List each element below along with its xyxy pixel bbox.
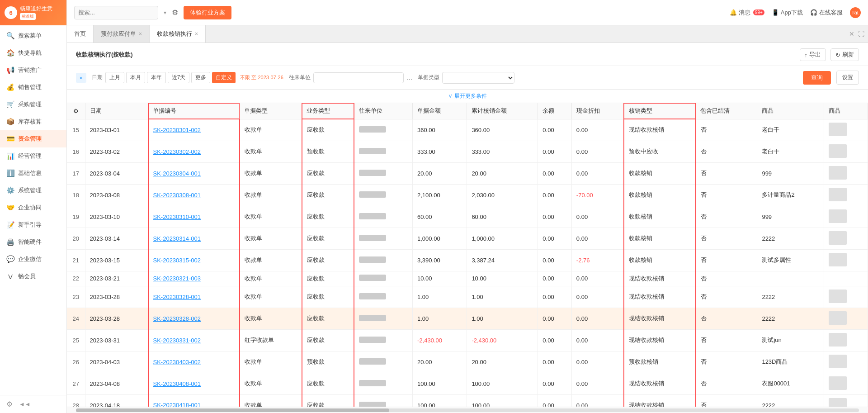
row-date: 2023-03-01 <box>85 119 148 141</box>
row-doc-no[interactable]: SK-20230331-002 <box>148 329 240 351</box>
scroll-hint[interactable] <box>67 407 868 413</box>
unit-filter-input[interactable] <box>313 72 404 83</box>
expand-more-bar[interactable]: ∨ 展开更多条件 <box>67 90 868 103</box>
th-doc-type[interactable]: 单据类型 <box>240 103 302 119</box>
expand-tab-icon[interactable]: ⛶ <box>858 30 864 38</box>
row-doc-no[interactable]: SK-20230418-001 <box>148 394 240 407</box>
notification-action[interactable]: 🔔 消息 99+ <box>730 9 764 17</box>
th-goods2[interactable]: 商品 <box>824 103 868 119</box>
gear-icon[interactable]: ⚙ <box>172 8 178 17</box>
collapse-icon[interactable]: ◄◄ <box>19 401 31 408</box>
sidebar-item-智能硬件[interactable]: 🖨️智能硬件 <box>0 233 66 251</box>
topbar: ▾ ⚙ 体验行业方案 🔔 消息 99+ 📱 App下载 🎧 在线客服 Rit <box>67 0 868 25</box>
doc-no-link[interactable]: SK-20230408-001 <box>153 380 201 387</box>
date-this-year[interactable]: 本年 <box>147 72 166 83</box>
sidebar-item-新手引导[interactable]: 📝新手引导 <box>0 216 66 233</box>
sidebar-item-label: 采购管理 <box>18 100 42 109</box>
sidebar-item-营销推广[interactable]: 📢营销推广 <box>0 62 66 79</box>
th-date[interactable]: 日期 <box>85 103 148 119</box>
sidebar-item-资金管理[interactable]: 💳资金管理 <box>0 130 66 147</box>
refresh-button[interactable]: ↻ 刷新 <box>830 48 859 61</box>
chevron-down-icon[interactable]: ▾ <box>164 9 166 16</box>
tab-close-icon[interactable]: × <box>139 31 142 37</box>
th-settings[interactable]: ⚙ <box>67 103 85 119</box>
tab-收款核销执行[interactable]: 收款核销执行× <box>150 25 206 43</box>
online-service-action[interactable]: 🎧 在线客服 <box>810 9 843 17</box>
sidebar-item-企业微信[interactable]: 💬企业微信 <box>0 251 66 268</box>
th-included[interactable]: 包含已结清 <box>696 103 757 119</box>
tab-close-icon[interactable]: × <box>195 31 198 37</box>
filter-settings-button[interactable]: 设置 <box>836 71 859 85</box>
th-balance[interactable]: 余额 <box>538 103 572 119</box>
doc-no-link[interactable]: SK-20230328-002 <box>153 315 201 322</box>
sidebar-item-销售管理[interactable]: 💰销售管理 <box>0 79 66 96</box>
doc-no-link[interactable]: SK-20230328-001 <box>153 294 201 300</box>
row-date: 2023-03-28 <box>85 286 148 308</box>
doc-no-link[interactable]: SK-20230418-001 <box>153 402 201 407</box>
scroll-track[interactable] <box>76 408 859 412</box>
settings-icon[interactable]: ⚙ <box>6 400 13 408</box>
doc-no-link[interactable]: SK-20230315-002 <box>153 257 201 264</box>
sidebar-icon: 📢 <box>6 66 14 74</box>
doc-no-link[interactable]: SK-20230314-001 <box>153 235 201 242</box>
row-included: 否 <box>696 141 757 162</box>
dots-icon[interactable]: ... <box>406 74 412 82</box>
sidebar-item-库存核算[interactable]: 📦库存核算 <box>0 113 66 130</box>
row-doc-no[interactable]: SK-20230408-001 <box>148 373 240 394</box>
row-doc-no[interactable]: SK-20230328-001 <box>148 286 240 308</box>
row-doc-no[interactable]: SK-20230314-001 <box>148 228 240 249</box>
row-doc-no[interactable]: SK-20230304-001 <box>148 162 240 184</box>
sidebar-item-畅会员[interactable]: V畅会员 <box>0 268 66 285</box>
sidebar-item-系统管理[interactable]: ⚙️系统管理 <box>0 182 66 199</box>
date-this-month[interactable]: 本月 <box>126 72 145 83</box>
row-doc-no[interactable]: SK-20230302-002 <box>148 141 240 162</box>
th-amount[interactable]: 单据金额 <box>413 103 467 119</box>
doc-no-link[interactable]: SK-20230301-002 <box>153 127 201 133</box>
doc-no-link[interactable]: SK-20230403-002 <box>153 359 201 366</box>
doc-no-link[interactable]: SK-20230321-003 <box>153 275 201 282</box>
sidebar-item-搜索菜单[interactable]: 🔍搜索菜单 <box>0 27 66 44</box>
th-cancel-type[interactable]: 核销类型 <box>624 103 696 119</box>
doc-no-link[interactable]: SK-20230304-001 <box>153 170 201 177</box>
tab-预付款应付单[interactable]: 预付款应付单× <box>94 25 150 43</box>
type-filter-select[interactable] <box>442 72 514 84</box>
tab-首页[interactable]: 首页 <box>67 25 94 43</box>
sidebar-icon: 📝 <box>6 221 14 229</box>
sidebar-item-经营管理[interactable]: 📊经营管理 <box>0 147 66 165</box>
sidebar-item-基础信息[interactable]: ℹ️基础信息 <box>0 165 66 182</box>
app-download-action[interactable]: 📱 App下载 <box>772 9 803 17</box>
logo-icon: 6 <box>5 6 17 19</box>
sidebar-item-企业协同[interactable]: 🤝企业协同 <box>0 199 66 216</box>
solution-button[interactable]: 体验行业方案 <box>184 6 231 19</box>
th-goods1[interactable]: 商品 <box>757 103 824 119</box>
date-7days[interactable]: 近7天 <box>168 72 190 83</box>
row-doc-no[interactable]: SK-20230310-001 <box>148 206 240 228</box>
date-custom-button[interactable]: 自定义 <box>212 72 236 83</box>
row-doc-no[interactable]: SK-20230315-002 <box>148 249 240 271</box>
row-doc-no[interactable]: SK-20230301-002 <box>148 119 240 141</box>
search-input[interactable] <box>74 6 158 19</box>
th-unit[interactable]: 往来单位 <box>354 103 412 119</box>
doc-no-link[interactable]: SK-20230331-002 <box>153 337 201 344</box>
doc-no-link[interactable]: SK-20230310-001 <box>153 214 201 220</box>
close-tab-icon[interactable]: ✕ <box>849 30 854 38</box>
th-doc-no[interactable]: 单据编号 <box>148 103 240 119</box>
doc-no-link[interactable]: SK-20230308-001 <box>153 192 201 199</box>
row-doc-no[interactable]: SK-20230328-002 <box>148 308 240 329</box>
row-doc-no[interactable]: SK-20230308-001 <box>148 184 240 206</box>
filter-expand-button[interactable]: » <box>76 73 86 83</box>
th-discount[interactable]: 现金折扣 <box>571 103 624 119</box>
th-cum-amount[interactable]: 累计核销金额 <box>467 103 538 119</box>
user-action[interactable]: Rit <box>850 7 861 18</box>
row-doc-no[interactable]: SK-20230321-003 <box>148 271 240 286</box>
date-more[interactable]: 更多 <box>191 72 210 83</box>
sidebar-item-采购管理[interactable]: 🛒采购管理 <box>0 96 66 113</box>
sidebar-item-快捷导航[interactable]: 🏠快捷导航 <box>0 44 66 62</box>
th-biz-type[interactable]: 业务类型 <box>302 103 354 119</box>
row-doc-no[interactable]: SK-20230403-002 <box>148 351 240 373</box>
date-prev-month[interactable]: 上月 <box>105 72 124 83</box>
row-num: 19 <box>67 206 85 228</box>
doc-no-link[interactable]: SK-20230302-002 <box>153 148 201 155</box>
query-button[interactable]: 查询 <box>803 71 831 85</box>
export-button[interactable]: ↑ 导出 <box>800 48 826 61</box>
